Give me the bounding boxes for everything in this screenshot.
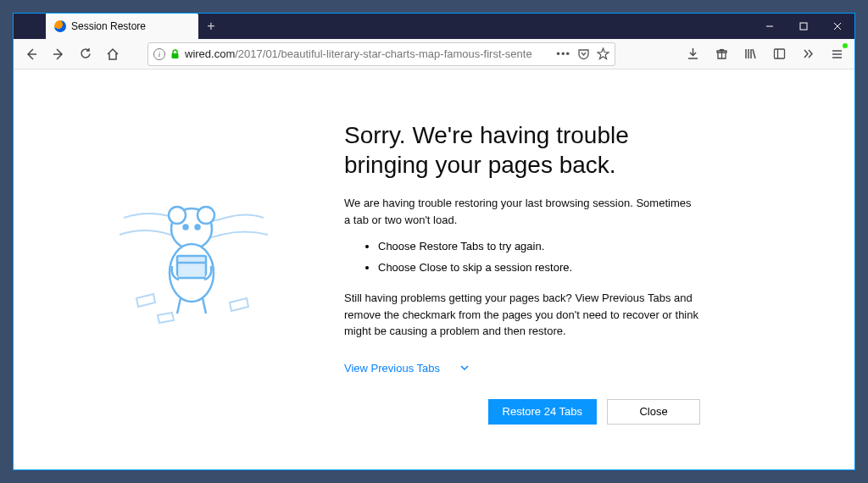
whats-new-button[interactable] xyxy=(709,42,734,67)
list-item: Choose Close to skip a session restore. xyxy=(378,258,700,279)
window-controls xyxy=(753,14,854,39)
forward-button[interactable] xyxy=(46,42,71,67)
instruction-list: Choose Restore Tabs to try again. Choose… xyxy=(344,236,700,278)
info-icon[interactable]: i xyxy=(153,48,165,60)
hamburger-icon xyxy=(831,48,843,60)
maximize-button[interactable] xyxy=(787,14,821,39)
chevron-down-icon xyxy=(460,365,469,371)
url-bar[interactable]: i wired.com/2017/01/beautiful-literary-s… xyxy=(147,42,615,66)
error-illustration xyxy=(56,120,327,469)
svg-rect-5 xyxy=(774,49,784,58)
bookmark-star-icon[interactable] xyxy=(597,47,609,60)
overflow-button[interactable] xyxy=(795,42,821,67)
sidebars-button[interactable] xyxy=(766,42,792,67)
list-item: Choose Restore Tabs to try again. xyxy=(378,236,700,258)
close-icon xyxy=(833,22,842,31)
download-icon xyxy=(687,47,699,60)
tab-title: Session Restore xyxy=(71,20,146,32)
back-arrow-icon xyxy=(25,47,38,61)
lock-icon xyxy=(170,49,180,59)
view-previous-tabs-link[interactable]: View Previous Tabs xyxy=(344,362,469,375)
close-window-button[interactable] xyxy=(821,14,854,39)
chevron-double-right-icon xyxy=(803,48,814,59)
downloads-button[interactable] xyxy=(680,42,705,67)
svg-point-11 xyxy=(169,207,186,224)
intro-text: We are having trouble restoring your las… xyxy=(344,195,700,228)
sidebar-icon xyxy=(773,47,786,60)
firefox-favicon-icon xyxy=(54,20,66,32)
svg-rect-1 xyxy=(800,23,807,30)
library-button[interactable] xyxy=(737,42,763,67)
minimize-icon xyxy=(765,22,774,31)
url-text: wired.com/2017/01/beautiful-literary-sta… xyxy=(185,47,532,60)
home-button[interactable] xyxy=(100,42,125,67)
home-icon xyxy=(106,47,120,61)
browser-window: Session Restore + i xyxy=(13,13,855,470)
reload-button[interactable] xyxy=(73,42,98,67)
titlebar: Session Restore + xyxy=(14,14,854,39)
view-previous-label: View Previous Tabs xyxy=(344,362,440,375)
gift-notify-icon xyxy=(715,47,728,60)
action-buttons: Restore 24 Tabs Close xyxy=(344,399,700,425)
close-button[interactable]: Close xyxy=(607,399,700,425)
restore-tabs-button[interactable]: Restore 24 Tabs xyxy=(488,399,597,425)
page-content: Sorry. We're having trouble bringing you… xyxy=(14,69,854,469)
pocket-icon[interactable] xyxy=(577,48,590,60)
app-menu-button[interactable] xyxy=(824,42,849,67)
svg-rect-4 xyxy=(172,53,179,58)
main-column: Sorry. We're having trouble bringing you… xyxy=(344,120,700,469)
page-heading: Sorry. We're having trouble bringing you… xyxy=(344,120,700,180)
reload-icon xyxy=(80,47,92,60)
svg-point-14 xyxy=(196,225,200,230)
page-actions-icon[interactable]: ••• xyxy=(556,47,570,60)
maximize-icon xyxy=(799,22,808,31)
navbar: i wired.com/2017/01/beautiful-literary-s… xyxy=(14,39,854,69)
library-icon xyxy=(744,47,757,60)
help-text: Still having problems getting your pages… xyxy=(344,290,700,340)
svg-point-12 xyxy=(198,207,214,224)
minimize-button[interactable] xyxy=(753,14,787,39)
back-button[interactable] xyxy=(19,42,44,67)
browser-tab[interactable]: Session Restore xyxy=(46,14,198,39)
new-tab-button[interactable]: + xyxy=(198,14,224,39)
forward-arrow-icon xyxy=(52,47,65,61)
svg-rect-16 xyxy=(177,256,206,278)
svg-point-13 xyxy=(184,225,188,230)
toolbar-right xyxy=(680,42,849,67)
